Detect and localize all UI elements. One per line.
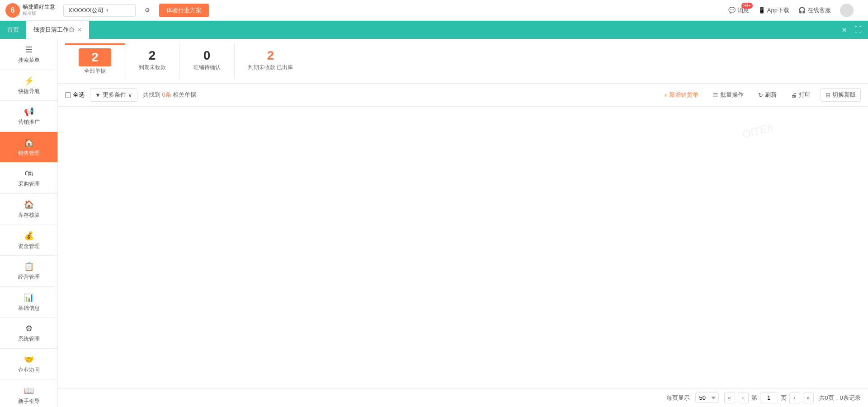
toolbar-right: + 新增销货单 ☰ 批量操作 ↻ 刷新 🖨 打印 ⊞ 切换新版 [659,88,861,102]
quick-nav-icon: ⚡ [24,75,34,86]
card-pending-confirm[interactable]: 0 旺铺待确认 [180,43,235,79]
select-all-checkbox[interactable]: 全选 [65,91,85,99]
logo-text: 畅捷通好生意 标准版 [23,4,55,17]
card-overdue-unpaid-label: 到期未收款 [139,64,166,71]
page-next-button[interactable]: › [789,393,800,403]
sidebar: ☰ 搜索菜单 ⚡ 快捷导航 📢 营销推广 🏠 销售管理 🛍 采购管理 🏠 库存核… [0,39,58,407]
toolbar: 全选 ▼ 更多条件 ∨ 共找到 0条 相关单据 + 新增销货单 ☰ 批量操作 [58,84,868,107]
batch-icon: ☰ [713,92,718,98]
sidebar-item-inventory[interactable]: 🏠 库存核算 [0,194,57,225]
tab-close-icon[interactable]: ✕ [77,27,82,33]
add-label: 新增销货单 [669,91,698,99]
add-icon: + [664,92,667,98]
tab-expand-icon[interactable]: ⛶ [853,24,863,36]
print-button[interactable]: 🖨 打印 [787,89,815,101]
search-menu-icon: ☰ [24,44,34,55]
tab-work-station[interactable]: 钱货日清工作台 ✕ [26,21,89,39]
message-button[interactable]: 💬 消息 99+ [728,6,749,14]
online-service-button[interactable]: 🎧 在线客服 [798,6,831,14]
tab-bar: 首页 钱货日清工作台 ✕ ✕ ⛶ [0,21,868,39]
app-download-button[interactable]: 📱 App下载 [758,6,789,14]
sidebar-item-basic-info[interactable]: 📊 基础信息 [0,287,57,318]
sidebar-label-sales: 销售管理 [18,150,40,157]
print-label: 打印 [799,91,811,99]
sidebar-label-finance: 资金管理 [18,243,40,250]
switch-version-button[interactable]: ⊞ 切换新版 [821,88,861,102]
found-suffix: 相关单据 [173,91,196,98]
company-selector[interactable]: XXXXXX公司 ▾ [63,4,136,17]
sidebar-item-finance[interactable]: 💰 资金管理 [0,225,57,256]
per-page-label: 每页显示 [666,394,690,402]
sidebar-label-marketing: 营销推广 [18,119,40,126]
tab-close-window-icon[interactable]: ✕ [840,24,849,36]
main-layout: ☰ 搜索菜单 ⚡ 快捷导航 📢 营销推广 🏠 销售管理 🛍 采购管理 🏠 库存核… [0,39,868,407]
refresh-button[interactable]: ↻ 刷新 [754,89,781,101]
per-page-select[interactable]: 50 10 20 100 [695,393,719,403]
system-icon: ⚙ [24,323,34,334]
watermark: OfTEn [741,121,774,141]
sidebar-item-quick-nav[interactable]: ⚡ 快捷导航 [0,70,57,101]
sidebar-item-search-menu[interactable]: ☰ 搜索菜单 [0,39,57,70]
logo-icon: 6 [5,3,20,18]
cooperation-icon: 🤝 [24,354,34,365]
header-right: 💬 消息 99+ 📱 App下载 🎧 在线客服 [728,4,863,17]
select-all-input[interactable] [65,92,71,98]
sidebar-item-guide[interactable]: 📖 新手引导 [0,380,57,407]
page-label: 第 [751,394,757,402]
online-service-label: 在线客服 [807,6,831,14]
app-download-icon: 📱 [758,7,765,14]
switch-icon: ⊞ [826,92,830,98]
found-text: 共找到 0条 相关单据 [143,91,196,99]
found-prefix: 共找到 [143,91,160,98]
page-first-button[interactable]: « [724,393,735,403]
top-header: 6 畅捷通好生意 标准版 XXXXXX公司 ▾ ⚙ 体验行业方案 💬 消息 99… [0,0,868,21]
settings-button[interactable]: ⚙ [140,3,155,18]
card-overdue-unshipped-num: 2 [267,48,274,63]
card-overdue-unpaid[interactable]: 2 到期未收款 [125,43,180,79]
company-name: XXXXXX公司 [68,6,104,14]
purchase-icon: 🛍 [24,168,34,179]
add-sales-order-button[interactable]: + 新增销货单 [659,89,703,101]
refresh-icon: ↻ [758,92,763,98]
page-number-input[interactable] [760,393,778,403]
filter-label: 更多条件 [103,91,126,99]
page-suffix: 页 [781,394,787,402]
found-count: 0条 [162,91,171,98]
card-overdue-unshipped[interactable]: 2 到期未收款 已出库 [235,43,307,79]
card-all[interactable]: 2 全部单据 [65,43,125,79]
batch-operation-button[interactable]: ☰ 批量操作 [708,89,748,101]
sidebar-item-operations[interactable]: 📋 经营管理 [0,256,57,287]
sidebar-item-marketing[interactable]: 📢 营销推广 [0,101,57,132]
card-all-num: 2 [79,48,111,66]
summary-cards: 2 全部单据 2 到期未收款 0 旺铺待确认 2 到期未收款 已出库 [58,39,868,84]
card-all-label: 全部单据 [84,67,106,75]
finance-icon: 💰 [24,230,34,241]
sales-icon: 🏠 [24,137,34,148]
more-filter-button[interactable]: ▼ 更多条件 ∨ [90,88,137,102]
switch-label: 切换新版 [832,91,856,99]
total-text: 共0页，0条记录 [819,394,861,402]
sidebar-label-search-menu: 搜索菜单 [18,57,40,64]
card-pending-confirm-num: 0 [203,48,211,63]
sidebar-item-system[interactable]: ⚙ 系统管理 [0,318,57,349]
sidebar-item-sales[interactable]: 🏠 销售管理 [0,132,57,163]
select-all-label: 全选 [73,91,85,99]
avatar[interactable] [840,4,854,17]
trial-button[interactable]: 体验行业方案 [159,4,209,17]
page-last-button[interactable]: » [803,393,814,403]
inventory-icon: 🏠 [24,199,34,210]
tab-home[interactable]: 首页 [0,21,26,39]
filter-icon: ▼ [95,92,101,98]
tab-bar-actions: ✕ ⛶ [840,24,868,36]
pagination: « ‹ 第 页 › » [724,393,814,403]
card-pending-confirm-label: 旺铺待确认 [193,64,221,71]
sidebar-item-cooperation[interactable]: 🤝 企业协同 [0,349,57,380]
sidebar-item-purchase[interactable]: 🛍 采购管理 [0,163,57,194]
sidebar-label-purchase: 采购管理 [18,181,40,188]
sidebar-label-cooperation: 企业协同 [18,367,40,374]
basic-info-icon: 📊 [24,292,34,303]
chevron-down-icon: ▾ [106,8,108,13]
sidebar-label-guide: 新手引导 [18,398,40,405]
page-prev-button[interactable]: ‹ [738,393,749,403]
marketing-icon: 📢 [24,106,34,117]
